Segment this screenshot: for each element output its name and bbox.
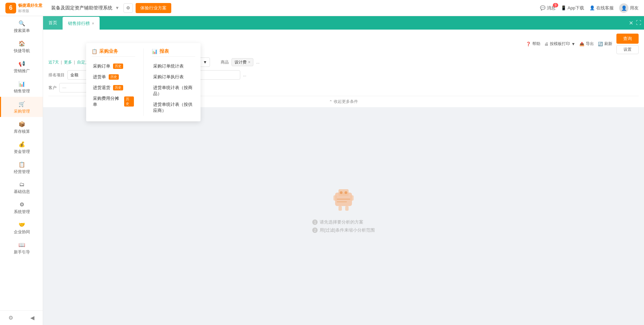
svg-rect-8 <box>338 206 342 211</box>
svg-point-3 <box>345 191 347 194</box>
sidebar-bottom: ⚙ ◀ <box>0 310 43 325</box>
purchase-report-section: 📊 报表 采购订单统计表 采购订单执行表 进货单统计表（按商品） <box>152 48 195 116</box>
goods-tag-value: 设计费 <box>235 59 247 65</box>
setting-btn[interactable]: 设置 <box>616 45 639 54</box>
sidebar-settings-btn[interactable]: ⚙ <box>8 315 13 321</box>
menu-item-order-stat[interactable]: 采购订单统计表 <box>152 61 195 72</box>
settings-gear-btn[interactable]: ⚙ <box>123 3 133 13</box>
query-set-group: 查询 设置 <box>616 34 639 54</box>
sidebar-label-basicinfo: 基础信息 <box>14 189 30 195</box>
online-service-btn[interactable]: 👤 在线客服 <box>589 5 614 11</box>
sidebar-label-sales: 销售管理 <box>14 88 30 94</box>
customer-placeholder: — <box>62 85 66 90</box>
purchase-business-section: 📋 采购业务 采购订单 历史 进货单 历史 进货退货 <box>92 48 135 116</box>
goods-label: 商品 <box>221 59 229 65</box>
logo-icon: 6 <box>5 3 16 13</box>
empty-svg <box>328 182 359 213</box>
message-icon: 💬 <box>540 5 545 10</box>
refresh-btn[interactable]: 🔄 刷新 <box>598 41 612 47</box>
sidebar-label-marketing: 营销推广 <box>14 68 30 74</box>
sidebar-item-guide[interactable]: 📖 新手引导 <box>0 238 43 258</box>
menu-item-inbound-stat-supplier[interactable]: 进货单统计表（按供应商） <box>152 99 195 116</box>
inbound-stat-goods-label: 进货单统计表（按商品） <box>153 85 194 97</box>
goods-tag-close[interactable]: × <box>248 60 250 65</box>
sidebar-item-search[interactable]: 🔍 搜索菜单 <box>0 16 43 36</box>
goods-filter: 商品 设计费 × ... <box>221 58 259 66</box>
sidebar-item-inventory[interactable]: 📦 库存核算 <box>0 117 43 137</box>
title-dropdown-icon[interactable]: ▼ <box>115 5 119 10</box>
sidebar-collapse-btn[interactable]: ◀ <box>30 315 34 321</box>
goods-more[interactable]: ... <box>256 60 259 65</box>
user-name: 用友 <box>630 5 639 11</box>
inbound-label: 进货单 <box>93 74 106 80</box>
main-area: 🔍 搜索菜单 🏠 快捷导航 📢 营销推广 📊 销售管理 🛒 采购管理 📦 <box>0 16 644 325</box>
sidebar-item-operations[interactable]: 📋 经营管理 <box>0 157 43 177</box>
purchase-icon: 🛒 <box>19 101 25 107</box>
empty-step-1: 1 请先选择要分析的方案 <box>312 219 374 225</box>
date-preset-7days[interactable]: 近7天 <box>48 59 59 65</box>
print-dropdown-icon: ▼ <box>571 42 575 46</box>
inbound-badge: 历史 <box>109 74 119 80</box>
service-icon: 👤 <box>589 5 595 10</box>
content-body: ❓ 帮助 🖨 按模板打印 ▼ 📤 导出 🔄 <box>43 30 644 325</box>
user-area[interactable]: 👤 用友 <box>619 3 639 13</box>
staff-more[interactable]: ... <box>243 73 246 77</box>
empty-state: 1 请先选择要分析的方案 2 用[过滤]条件来缩小分析范围 <box>43 107 644 309</box>
sidebar-item-basicinfo[interactable]: 🗂 基础信息 <box>0 177 43 197</box>
query-btn[interactable]: 查询 <box>616 34 639 44</box>
sidebar-item-marketing[interactable]: 📢 营销推广 <box>0 56 43 77</box>
guide-icon: 📖 <box>19 242 25 248</box>
menu-item-purchase-order[interactable]: 采购订单 历史 <box>92 61 135 72</box>
sidebar: 🔍 搜索菜单 🏠 快捷导航 📢 营销推广 📊 销售管理 🛒 采购管理 📦 <box>0 16 43 325</box>
sidebar-item-purchase[interactable]: 🛒 采购管理 <box>0 97 43 117</box>
app-download-btn[interactable]: 📱 App下载 <box>561 5 584 11</box>
purchase-order-badge: 历史 <box>113 64 123 69</box>
menu-item-return[interactable]: 进货退货 历史 <box>92 82 135 93</box>
menu-item-order-exec[interactable]: 采购订单执行表 <box>152 72 195 82</box>
return-badge: 历史 <box>113 85 123 90</box>
tab-salesrank-label: 销售排行榜 <box>68 21 90 27</box>
app-icon: 📱 <box>561 5 566 10</box>
system-icon: ⚙ <box>20 201 24 208</box>
status-dropdown-icon: ▼ <box>203 60 207 65</box>
tab-home-label: 首页 <box>48 20 57 26</box>
inbound-stat-supplier-label: 进货单统计表（按供应商） <box>153 101 194 114</box>
sidebar-item-sales[interactable]: 📊 销售管理 <box>0 77 43 97</box>
app-label: App下载 <box>568 5 584 11</box>
menu-item-expense[interactable]: 采购费用分摊单 历史 <box>92 93 135 110</box>
industry-btn[interactable]: 体验行业方案 <box>136 3 171 13</box>
purchase-order-label: 采购订单 <box>93 63 110 69</box>
return-label: 进货退货 <box>93 85 110 91</box>
service-label: 在线客服 <box>596 5 614 11</box>
help-btn[interactable]: ❓ 帮助 <box>526 41 540 47</box>
marketing-icon: 📢 <box>19 60 25 67</box>
content-area: 首页 销售排行榜 × ✕ ⛶ ❓ <box>43 16 644 325</box>
tab-salesrank-close[interactable]: × <box>92 21 94 26</box>
purchase-report-title: 📊 报表 <box>152 48 195 57</box>
tab-salesrank[interactable]: 销售排行榜 × <box>63 17 100 30</box>
print-btn[interactable]: 🖨 按模板打印 ▼ <box>544 41 575 47</box>
tab-home[interactable]: 首页 <box>43 16 63 30</box>
sidebar-item-quicknav[interactable]: 🏠 快捷导航 <box>0 36 43 56</box>
sidebar-label-search: 搜索菜单 <box>14 28 30 34</box>
message-btn[interactable]: 💬 消息 9 <box>540 5 556 11</box>
sidebar-label-system: 系统管理 <box>14 209 30 215</box>
sidebar-item-enterprise[interactable]: 🤝 企业协同 <box>0 217 43 238</box>
svg-rect-9 <box>345 206 349 211</box>
goods-tag: 设计费 × <box>231 58 253 66</box>
sidebar-label-purchase: 采购管理 <box>14 109 30 114</box>
export-btn[interactable]: 📤 导出 <box>579 41 594 47</box>
menu-item-inbound-stat-goods[interactable]: 进货单统计表（按商品） <box>152 82 195 99</box>
tab-bar: 首页 销售排行榜 × ✕ ⛶ <box>43 16 644 30</box>
menu-item-inbound[interactable]: 进货单 历史 <box>92 72 135 82</box>
sidebar-item-system[interactable]: ⚙ 系统管理 <box>0 197 43 217</box>
top-bar: 6 畅捷通好生意 标准版 装备及固定资产辅助管理系统 ▼ ⚙ 体验行业方案 💬 … <box>0 0 644 16</box>
step2-text: 用[过滤]条件来缩小分析范围 <box>320 227 374 233</box>
sidebar-item-finance[interactable]: 💰 资金管理 <box>0 137 43 157</box>
message-badge: 9 <box>553 3 558 7</box>
tab-close-all-btn[interactable]: ✕ <box>629 20 633 26</box>
tab-expand-btn[interactable]: ⛶ <box>636 20 641 26</box>
date-preset-more[interactable]: 更多 <box>64 59 72 65</box>
purchase-dropdown-menu: 📋 采购业务 采购订单 历史 进货单 历史 进货退货 <box>86 43 201 121</box>
svg-rect-5 <box>337 201 347 202</box>
